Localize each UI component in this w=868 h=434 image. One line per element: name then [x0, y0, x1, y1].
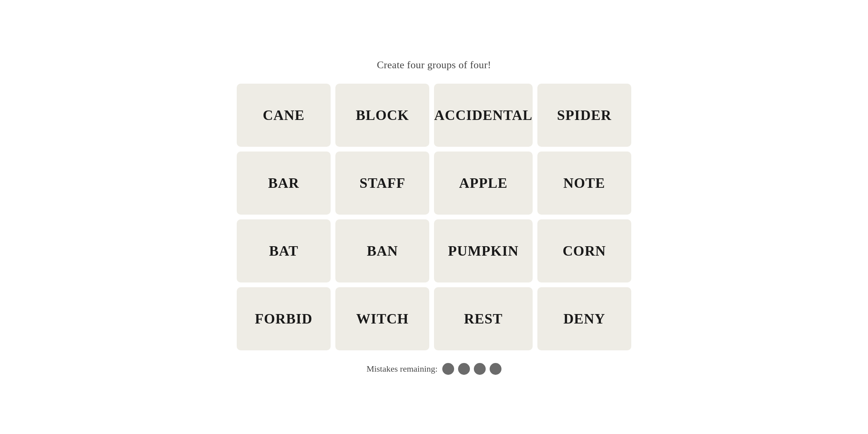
tile-label: REST [464, 311, 503, 327]
tile-label: FORBID [255, 311, 312, 327]
word-tile[interactable]: SPIDER [537, 84, 631, 147]
tile-label: BLOCK [356, 107, 409, 123]
word-tile[interactable]: DENY [537, 287, 631, 350]
tile-label: WITCH [356, 311, 409, 327]
tile-label: CANE [263, 107, 305, 123]
game-subtitle: Create four groups of four! [377, 59, 491, 71]
tile-label: NOTE [563, 175, 605, 191]
mistake-dot [490, 363, 501, 375]
tile-label: DENY [563, 311, 605, 327]
word-tile[interactable]: BAR [237, 152, 331, 215]
tile-label: CORN [563, 243, 606, 259]
word-tile[interactable]: BLOCK [335, 84, 429, 147]
tile-label: PUMPKIN [448, 243, 519, 259]
tile-label: BAN [367, 243, 398, 259]
word-tile[interactable]: NOTE [537, 152, 631, 215]
tile-label: ACCIDENTAL [434, 107, 532, 123]
game-container: Create four groups of four! CANEBLOCKACC… [217, 59, 651, 375]
word-tile[interactable]: FORBID [237, 287, 331, 350]
tile-label: STAFF [359, 175, 405, 191]
word-grid: CANEBLOCKACCIDENTALSPIDERBARSTAFFAPPLENO… [237, 84, 631, 350]
mistakes-label: Mistakes remaining: [367, 364, 438, 374]
mistake-dot [442, 363, 454, 375]
tile-label: APPLE [459, 175, 508, 191]
word-tile[interactable]: BAN [335, 219, 429, 282]
word-tile[interactable]: APPLE [434, 152, 532, 215]
mistakes-dots [442, 363, 501, 375]
mistake-dot [458, 363, 470, 375]
word-tile[interactable]: ACCIDENTAL [434, 84, 532, 147]
word-tile[interactable]: REST [434, 287, 532, 350]
word-tile[interactable]: BAT [237, 219, 331, 282]
word-tile[interactable]: PUMPKIN [434, 219, 532, 282]
tile-label: BAR [268, 175, 299, 191]
mistakes-area: Mistakes remaining: [367, 363, 501, 375]
mistake-dot [474, 363, 486, 375]
word-tile[interactable]: WITCH [335, 287, 429, 350]
tile-label: BAT [269, 243, 298, 259]
word-tile[interactable]: CORN [537, 219, 631, 282]
word-tile[interactable]: STAFF [335, 152, 429, 215]
word-tile[interactable]: CANE [237, 84, 331, 147]
tile-label: SPIDER [557, 107, 612, 123]
